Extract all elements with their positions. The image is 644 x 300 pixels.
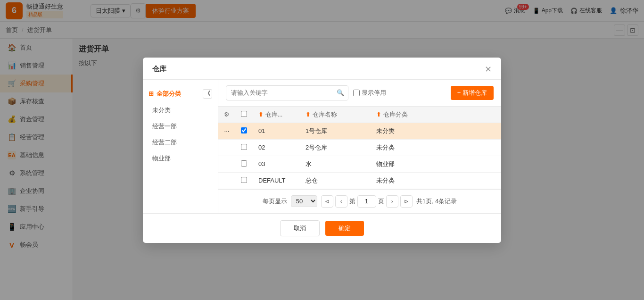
page-label: 第 <box>349 197 355 206</box>
row-settings-cell: ··· <box>218 123 235 139</box>
row-checkbox[interactable] <box>241 127 247 133</box>
row-checkbox[interactable] <box>241 160 247 167</box>
table-row[interactable]: 02 2号仓库 未分类 <box>218 139 501 156</box>
total-info: 共1页, 4条记录 <box>416 197 457 206</box>
row-cat-cell: 物业部 <box>371 156 501 172</box>
row-id-cell: DEFAULT <box>253 172 300 189</box>
row-check-cell[interactable] <box>235 156 253 172</box>
col-header-settings: ⚙ <box>218 107 235 123</box>
row-name-cell: 2号仓库 <box>300 139 371 156</box>
row-name-cell: 1号仓库 <box>300 123 371 139</box>
show-disabled-container: 显示停用 <box>353 89 386 97</box>
category-item-property[interactable]: 物业部 <box>143 150 218 167</box>
page-number-input[interactable] <box>357 195 376 208</box>
page-last-button[interactable]: ⊳ <box>400 195 413 208</box>
row-checkbox[interactable] <box>241 177 247 183</box>
add-warehouse-button[interactable]: + 新增仓库 <box>451 86 494 100</box>
col-header-cat: ⬆ 仓库分类 <box>371 107 501 123</box>
table-row[interactable]: 03 水 物业部 <box>218 156 501 172</box>
row-name-cell: 水 <box>300 156 371 172</box>
search-box: 🔍 <box>226 85 348 100</box>
search-icon-button[interactable]: 🔍 <box>333 86 348 100</box>
row-check-cell[interactable] <box>235 172 253 189</box>
warehouse-modal: 仓库 ✕ ⊞ 全部分类 《 未分类 经营一部 经营二部 物业部 <box>143 58 501 243</box>
per-page-select[interactable]: 50 20 100 <box>291 195 317 207</box>
table-panel: 🔍 显示停用 + 新增仓库 ⚙ <box>218 80 501 213</box>
row-cat-cell: 未分类 <box>371 172 501 189</box>
modal-title: 仓库 <box>152 65 166 74</box>
row-id-cell: 03 <box>253 156 300 172</box>
row-settings-cell <box>218 156 235 172</box>
modal-footer: 取消 确定 <box>143 213 501 243</box>
show-disabled-checkbox[interactable] <box>353 90 360 96</box>
sort-icon-cat: ⬆ <box>376 111 381 118</box>
table-toolbar: 🔍 显示停用 + 新增仓库 <box>218 80 501 107</box>
select-all-checkbox[interactable] <box>241 111 247 117</box>
category-item-ops2[interactable]: 经营二部 <box>143 134 218 150</box>
row-settings-cell <box>218 172 235 189</box>
row-name-cell: 总仓 <box>300 172 371 189</box>
row-cat-cell: 未分类 <box>371 123 501 139</box>
modal-close-button[interactable]: ✕ <box>485 64 492 75</box>
sort-icon: ⬆ <box>258 111 264 118</box>
row-id-cell: 02 <box>253 139 300 156</box>
row-id-cell: 01 <box>253 123 300 139</box>
per-page-label: 每页显示 <box>263 197 287 206</box>
row-check-cell[interactable] <box>235 123 253 139</box>
category-item-unclassified[interactable]: 未分类 <box>143 102 218 118</box>
row-settings-cell <box>218 139 235 156</box>
table-row[interactable]: DEFAULT 总仓 未分类 <box>218 172 501 189</box>
page-prev-button[interactable]: ‹ <box>335 195 347 208</box>
table-row[interactable]: ··· 01 1号仓库 未分类 <box>218 123 501 139</box>
row-checkbox[interactable] <box>241 144 247 150</box>
page-next-button[interactable]: › <box>386 195 398 208</box>
col-header-check <box>235 107 253 123</box>
grid-icon: ⊞ <box>149 90 154 97</box>
modal-header: 仓库 ✕ <box>143 58 501 80</box>
all-categories-label: 全部分类 <box>157 90 181 98</box>
sort-icon-name: ⬆ <box>305 111 311 118</box>
modal-overlay[interactable]: 仓库 ✕ ⊞ 全部分类 《 未分类 经营一部 经营二部 物业部 <box>0 0 644 300</box>
row-check-cell[interactable] <box>235 139 253 156</box>
table-container: ⚙ ⬆ 仓库... ⬆ <box>218 107 501 189</box>
settings-icon: ⚙ <box>224 111 230 118</box>
all-categories-button[interactable]: ⊞ 全部分类 《 <box>143 85 218 102</box>
search-input[interactable] <box>226 87 333 99</box>
col-header-id: ⬆ 仓库... <box>253 107 300 123</box>
col-header-name: ⬆ 仓库名称 <box>300 107 371 123</box>
table-header-row: ⚙ ⬆ 仓库... ⬆ <box>218 107 501 123</box>
category-item-ops1[interactable]: 经营一部 <box>143 118 218 134</box>
category-collapse-button[interactable]: 《 <box>203 89 212 99</box>
confirm-button[interactable]: 确定 <box>325 221 364 236</box>
pagination-bar: 每页显示 50 20 100 ⊲ ‹ 第 页 › ⊳ <box>218 189 501 213</box>
warehouse-table: ⚙ ⬆ 仓库... ⬆ <box>218 107 501 189</box>
table-body: ··· 01 1号仓库 未分类 02 2号仓库 未分类 03 水 物业部 <box>218 123 501 189</box>
page-first-button[interactable]: ⊲ <box>321 195 333 208</box>
cancel-button[interactable]: 取消 <box>280 220 320 236</box>
show-disabled-label: 显示停用 <box>362 89 386 97</box>
page-nav: ⊲ ‹ 第 页 › ⊳ <box>321 195 413 208</box>
modal-body: ⊞ 全部分类 《 未分类 经营一部 经营二部 物业部 🔍 <box>143 80 501 213</box>
row-cat-cell: 未分类 <box>371 139 501 156</box>
category-panel: ⊞ 全部分类 《 未分类 经营一部 经营二部 物业部 <box>143 80 218 213</box>
page-suffix: 页 <box>378 197 384 206</box>
